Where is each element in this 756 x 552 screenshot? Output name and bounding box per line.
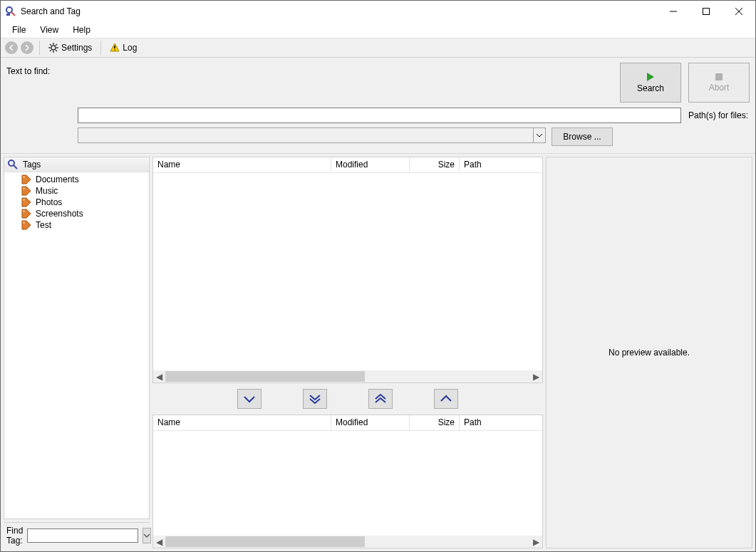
text-to-find-input[interactable] [78,108,681,123]
col-path[interactable]: Path [460,157,542,172]
find-tag-dropdown[interactable] [143,528,151,543]
col-size[interactable]: Size [410,157,460,172]
tag-node[interactable]: Screenshots [4,208,149,219]
app-icon [5,6,16,17]
menu-help[interactable]: Help [66,24,98,36]
svg-point-7 [24,177,25,178]
col-name[interactable]: Name [153,157,331,172]
abort-button: Abort [688,63,750,103]
results-columns: Name Modified Size Path [153,157,542,173]
menu-view[interactable]: View [33,24,66,36]
center-area: Name Modified Size Path ◀ ▶ [152,157,543,548]
menu-file[interactable]: File [5,24,33,36]
svg-rect-2 [703,9,710,15]
tag-node[interactable]: Music [4,185,149,197]
svg-point-3 [51,46,56,50]
preview-panel: No preview available. [546,157,752,548]
paths-input[interactable] [78,127,533,143]
tag-node[interactable]: Documents [4,174,149,185]
svg-rect-5 [715,73,723,80]
chevron-down-icon[interactable] [533,127,546,143]
svg-point-4 [115,49,116,51]
col2-size[interactable]: Size [410,415,460,430]
tag-label: Documents [36,175,79,184]
text-to-find-label: Text to find: [6,66,71,76]
selection-hscroll[interactable]: ◀ ▶ [153,536,542,548]
toolbar: Settings Log [1,38,755,58]
tags-root-icon [7,159,19,170]
scroll-right-icon[interactable]: ▶ [530,370,542,382]
tag-label: Photos [36,197,62,207]
results-list[interactable]: Name Modified Size Path ◀ ▶ [152,157,543,383]
tags-root-label: Tags [23,160,41,170]
move-down-button[interactable] [237,389,262,409]
selection-columns: Name Modified Size Path [153,415,542,431]
svg-point-0 [6,7,12,13]
move-up-all-button[interactable] [368,389,393,409]
settings-button[interactable]: Settings [46,43,95,53]
window-title: Search and Tag [21,6,81,16]
svg-point-9 [24,199,25,201]
paths-combo[interactable] [78,127,546,143]
find-tag-label: Find Tag: [6,526,23,546]
gear-icon [48,43,58,53]
find-tag-bar: Find Tag: [4,522,150,548]
paths-label: Path(s) for files: [688,110,750,120]
find-tag-input[interactable] [27,528,138,543]
move-down-all-button[interactable] [303,389,327,409]
search-button[interactable]: Search [620,63,681,103]
selection-list[interactable]: Name Modified Size Path ◀ ▶ [152,415,543,548]
search-area: Text to find: Search Abort Path(s) for f… [1,58,755,154]
minimize-button[interactable] [657,1,690,22]
settings-label: Settings [61,43,92,53]
tag-node[interactable]: Test [4,219,149,231]
nav-back-button[interactable] [5,41,18,54]
close-button[interactable] [723,1,755,22]
svg-point-8 [24,188,25,189]
tag-label: Test [36,220,51,230]
stop-icon [715,73,723,81]
tag-label: Music [36,186,58,196]
col2-path[interactable]: Path [460,415,542,430]
scroll-thumb[interactable] [165,371,365,382]
search-button-label: Search [637,83,664,93]
browse-button[interactable]: Browse ... [552,127,613,146]
scroll-thumb[interactable] [165,536,365,547]
nav-forward-button[interactable] [21,41,33,54]
log-label: Log [123,43,137,53]
col2-name[interactable]: Name [153,415,331,430]
tags-root[interactable]: Tags [4,157,149,172]
svg-rect-1 [6,14,10,16]
tags-tree: DocumentsMusicPhotosScreenshotsTest [4,172,149,519]
tag-node[interactable]: Photos [4,197,149,208]
warning-icon [110,43,120,53]
svg-point-6 [9,160,14,166]
tags-panel: Tags DocumentsMusicPhotosScreenshotsTest [4,157,150,519]
svg-point-10 [24,211,25,212]
tag-label: Screenshots [36,209,83,219]
titlebar: Search and Tag [1,1,755,22]
results-hscroll[interactable]: ◀ ▶ [153,370,542,382]
svg-point-11 [24,222,25,224]
col2-modified[interactable]: Modified [331,415,410,430]
move-up-button[interactable] [434,389,458,409]
log-button[interactable]: Log [107,43,140,53]
col-modified[interactable]: Modified [331,157,410,172]
scroll-left-icon[interactable]: ◀ [153,370,165,382]
menubar: File View Help [1,22,755,38]
maximize-button[interactable] [690,1,723,22]
scroll-right-icon[interactable]: ▶ [530,536,542,548]
move-buttons [152,386,543,412]
scroll-left-icon[interactable]: ◀ [153,536,165,548]
preview-empty-text: No preview available. [609,348,690,358]
play-icon [646,72,656,82]
abort-button-label: Abort [709,83,730,93]
